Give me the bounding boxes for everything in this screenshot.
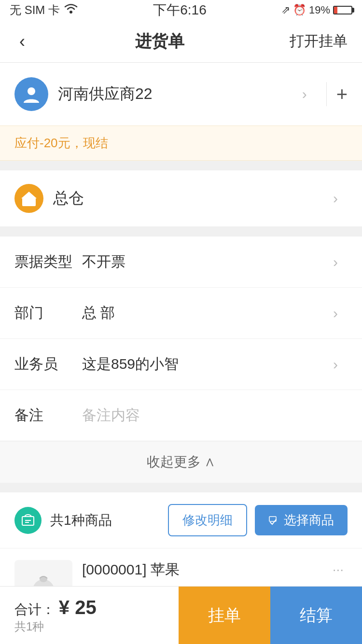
divider <box>326 82 327 106</box>
alarm-icon: ⏰ <box>293 4 306 16</box>
total-label: 合计： <box>14 602 55 617</box>
dept-label: 部门 <box>14 303 82 323</box>
product-count-icon <box>14 507 42 534</box>
product-header: 共1种商品 修改明细 选择商品 <box>0 492 362 548</box>
remark-label: 备注 <box>14 406 82 425</box>
supplier-notice: 应付-20元，现结 <box>0 126 362 161</box>
add-supplier-button[interactable]: + <box>336 84 348 105</box>
back-button[interactable]: ‹ <box>14 27 30 56</box>
time-label: 下午6:16 <box>153 1 207 19</box>
product-count-label: 共1种商品 <box>50 511 168 530</box>
form-section: 票据类型 不开票 › 部门 总 部 › 业务员 这是859的小智 › 备注 备注… <box>0 236 362 483</box>
edit-detail-button[interactable]: 修改明细 <box>168 504 247 536</box>
product-name: [0000001] 苹果 <box>82 560 329 580</box>
main-content: 河南供应商22 › + 应付-20元，现结 总仓 › 票据类型 不开票 › <box>0 63 362 644</box>
total-amount: ¥ 25 <box>59 597 97 618</box>
location-icon: ⇗ <box>281 4 290 16</box>
wifi-icon <box>64 3 78 17</box>
invoice-type-value: 不开票 <box>82 252 333 272</box>
sales-value: 这是859的小智 <box>82 354 333 374</box>
battery-icon <box>333 6 352 14</box>
supplier-row[interactable]: 河南供应商22 › + <box>0 63 362 126</box>
carrier-label: 无 SIM 卡 <box>10 2 60 18</box>
total-section: 合计： ¥ 25 共1种 <box>0 597 179 634</box>
product-more-button[interactable]: ··· <box>329 560 348 579</box>
dept-value: 总 部 <box>82 303 333 323</box>
svg-rect-4 <box>27 200 31 206</box>
suspend-button[interactable]: 挂单 <box>179 587 270 644</box>
collapse-button[interactable]: 收起更多 ∧ <box>0 441 362 483</box>
dept-chevron-icon: › <box>333 305 338 322</box>
remark-row[interactable]: 备注 备注内容 <box>0 390 362 441</box>
sales-label: 业务员 <box>14 354 82 374</box>
invoice-type-label: 票据类型 <box>14 252 82 272</box>
svg-point-1 <box>28 87 35 95</box>
warehouse-chevron-icon: › <box>333 190 338 207</box>
dept-row[interactable]: 部门 总 部 › <box>0 287 362 338</box>
select-product-button[interactable]: 选择商品 <box>255 505 348 535</box>
warehouse-section: 总仓 › <box>0 170 362 226</box>
bottom-bar: 合计： ¥ 25 共1种 挂单 结算 <box>0 586 362 644</box>
supplier-name: 河南供应商22 <box>58 84 302 105</box>
svg-marker-3 <box>21 192 37 198</box>
invoice-chevron-icon: › <box>333 254 338 270</box>
total-count: 共1种 <box>14 619 164 634</box>
status-right: ⇗ ⏰ 19% <box>281 4 352 16</box>
product-code: [0000001] 苹果 <box>82 561 180 577</box>
warehouse-name: 总仓 <box>53 188 333 209</box>
status-left: 无 SIM 卡 <box>10 2 78 18</box>
svg-point-0 <box>70 11 72 14</box>
invoice-type-row[interactable]: 票据类型 不开票 › <box>0 236 362 287</box>
warehouse-icon <box>14 184 43 213</box>
supplier-section: 河南供应商22 › + 应付-20元，现结 <box>0 63 362 161</box>
status-bar: 无 SIM 卡 下午6:16 ⇗ ⏰ 19% <box>0 0 362 20</box>
remark-input[interactable]: 备注内容 <box>82 406 348 425</box>
select-product-label: 选择商品 <box>284 512 334 529</box>
page-title: 进货单 <box>135 30 184 53</box>
open-pending-button[interactable]: 打开挂单 <box>290 31 348 51</box>
checkout-button[interactable]: 结算 <box>270 587 362 644</box>
battery-percentage: 19% <box>309 4 330 16</box>
supplier-avatar <box>14 77 48 111</box>
warehouse-row[interactable]: 总仓 › <box>0 170 362 226</box>
sales-row[interactable]: 业务员 这是859的小智 › <box>0 338 362 390</box>
nav-bar: ‹ 进货单 打开挂单 <box>0 20 362 63</box>
sales-chevron-icon: › <box>333 356 338 373</box>
supplier-chevron-icon: › <box>302 86 307 102</box>
total-line: 合计： ¥ 25 <box>14 597 164 619</box>
